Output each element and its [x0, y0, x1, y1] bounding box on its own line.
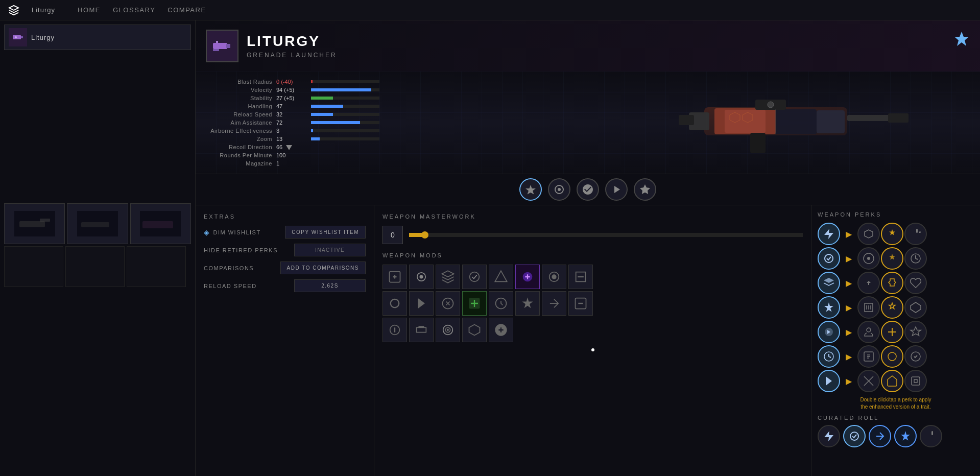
- intrinsic-perk[interactable]: [519, 178, 542, 201]
- mod-1[interactable]: [383, 265, 407, 289]
- stat-blast-radius: Blast Radius 0 (-40): [206, 79, 379, 85]
- svg-point-27: [768, 102, 774, 108]
- weapon-title: LITURGY: [247, 33, 337, 50]
- perk-slot-4[interactable]: [634, 178, 656, 201]
- stat-handling: Handling 47: [206, 103, 379, 109]
- mod-8[interactable]: [568, 265, 593, 289]
- mod-19[interactable]: [436, 318, 460, 342]
- sidebar-thumb-3: [130, 203, 191, 244]
- mod-9[interactable]: [383, 291, 407, 316]
- perk-arrows: ▶ ▶ ▶ ▶ ▶ ▶ ▶: [841, 223, 856, 392]
- perk-slot-1[interactable]: [548, 178, 570, 201]
- perk-alt-3-6[interactable]: [904, 345, 927, 368]
- mod-5[interactable]: [489, 265, 513, 289]
- perk-alt-1-6[interactable]: [857, 345, 880, 368]
- copy-wishlist-btn[interactable]: COPY WISHLIST ITEM: [285, 226, 366, 239]
- curated-perk-1[interactable]: [818, 425, 840, 447]
- mod-6[interactable]: [515, 265, 540, 289]
- weapon-perks-panel: WEAPON PERKS: [811, 205, 980, 476]
- perk-enhanced-2[interactable]: [881, 247, 903, 270]
- perk-alt-1-4[interactable]: [857, 296, 880, 319]
- perk-col-selected: [818, 223, 840, 392]
- perk-selected-2[interactable]: [818, 247, 840, 270]
- perk-selected-7[interactable]: [818, 370, 840, 392]
- mods-grid: [383, 265, 803, 342]
- mod-15[interactable]: [542, 291, 566, 316]
- perk-alt-3-3[interactable]: [904, 272, 927, 294]
- masterwork-panel: WEAPON MASTERWORK 0 WEAPON MODS: [374, 205, 811, 476]
- perk-alt-1-1[interactable]: [857, 223, 880, 245]
- mod-2[interactable]: [409, 265, 434, 289]
- svg-marker-55: [911, 302, 921, 313]
- masterwork-slider[interactable]: [409, 233, 803, 237]
- mw-slider-thumb[interactable]: [421, 231, 428, 239]
- mod-20[interactable]: [462, 318, 487, 342]
- curated-perk-4[interactable]: [894, 425, 917, 447]
- mod-11[interactable]: [436, 291, 460, 316]
- perk-alt-1-5[interactable]: [857, 321, 880, 343]
- svg-marker-37: [495, 271, 507, 281]
- top-navigation: Liturgy HOME GLOSSARY COMPARE: [0, 0, 980, 20]
- nav-compare[interactable]: COMPARE: [168, 6, 206, 14]
- perk-slot-2[interactable]: [577, 178, 599, 201]
- curated-perk-2[interactable]: [843, 425, 866, 447]
- perk-alt-3-4[interactable]: [904, 296, 927, 319]
- curated-perk-5[interactable]: [920, 425, 942, 447]
- mod-4[interactable]: [462, 265, 487, 289]
- weapon-image: [674, 77, 929, 169]
- perk-enhanced-5[interactable]: [881, 321, 903, 343]
- reload-speed-value[interactable]: 2.62s: [294, 279, 366, 292]
- destiny-icon: [953, 31, 970, 49]
- mod-18[interactable]: [409, 318, 434, 342]
- svg-point-36: [470, 272, 480, 282]
- perk-alt-3-5[interactable]: [904, 321, 927, 343]
- stat-rpm: Rounds Per Minute 100: [206, 152, 379, 158]
- hide-retired-btn[interactable]: INACTIVE: [294, 244, 366, 256]
- perk-alt-3-7[interactable]: [904, 370, 927, 392]
- weapon-perks-title: WEAPON PERKS: [818, 211, 974, 218]
- perk-alt-1-7[interactable]: [857, 370, 880, 392]
- svg-rect-10: [213, 43, 227, 49]
- perk-selected-6[interactable]: [818, 345, 840, 368]
- masterwork-title: WEAPON MASTERWORK: [383, 213, 803, 220]
- mod-14[interactable]: [515, 291, 540, 316]
- perk-selected-5[interactable]: [818, 321, 840, 343]
- perk-selected-1[interactable]: [818, 223, 840, 245]
- add-to-comparisons-btn[interactable]: ADD TO COMPARISONS: [280, 261, 366, 274]
- mod-10[interactable]: [409, 291, 434, 316]
- mod-12[interactable]: [462, 291, 487, 316]
- perk-enhanced-6[interactable]: [881, 345, 903, 368]
- lower-area: EXTRAS ◈ DIM WISHLIST COPY WISHLIST ITEM…: [196, 205, 980, 476]
- mod-16[interactable]: [568, 291, 593, 316]
- mod-13[interactable]: [489, 291, 513, 316]
- extras-panel: EXTRAS ◈ DIM WISHLIST COPY WISHLIST ITEM…: [196, 205, 374, 476]
- nav-title: Liturgy: [32, 6, 55, 14]
- perk-enhanced-4[interactable]: [881, 296, 903, 319]
- svg-point-48: [825, 254, 833, 263]
- svg-rect-4: [19, 221, 45, 227]
- nav-home[interactable]: HOME: [78, 6, 101, 14]
- mod-21[interactable]: [489, 318, 513, 342]
- perk-selected-4[interactable]: [818, 296, 840, 319]
- mod-3[interactable]: [436, 265, 460, 289]
- perk-selected-3[interactable]: [818, 272, 840, 294]
- perk-alt-1-3[interactable]: [857, 272, 880, 294]
- mod-17[interactable]: [383, 318, 407, 342]
- nav-glossary[interactable]: GLOSSARY: [113, 6, 155, 14]
- perk-alt-3-2[interactable]: [904, 247, 927, 270]
- mod-7[interactable]: [542, 265, 566, 289]
- stat-recoil: Recoil Direction 66: [206, 144, 379, 150]
- perk-alt-1-2[interactable]: [857, 247, 880, 270]
- curated-perk-3[interactable]: [869, 425, 891, 447]
- sidebar-item-thumb: [9, 28, 27, 46]
- perk-enhanced-1[interactable]: [881, 223, 903, 245]
- perk-enhanced-3[interactable]: [881, 272, 903, 294]
- svg-rect-24: [679, 115, 694, 125]
- perk-slot-3[interactable]: [605, 178, 628, 201]
- reload-speed-row: RELOAD SPEED 2.62s: [204, 279, 366, 292]
- stat-reload-speed: Reload Speed 32: [206, 111, 379, 117]
- perk-alt-3-1[interactable]: [904, 223, 927, 245]
- curated-roll-row: [818, 425, 974, 447]
- perk-enhanced-7[interactable]: [881, 370, 903, 392]
- sidebar-item-liturgy[interactable]: Liturgy: [4, 25, 191, 50]
